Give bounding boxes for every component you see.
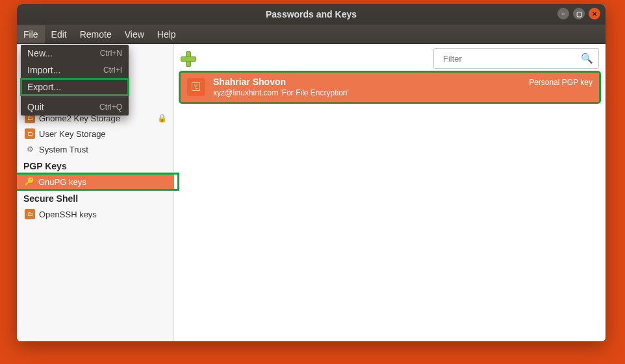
titlebar: Passwords and Keys – ▢ ✕ <box>17 4 606 25</box>
close-button[interactable]: ✕ <box>589 8 600 19</box>
file-menu-dropdown: New... Ctrl+N Import... Ctrl+I Export...… <box>21 45 129 115</box>
menu-file[interactable]: File <box>17 25 45 43</box>
menu-label: Import... <box>27 65 60 75</box>
menu-import[interactable]: Import... Ctrl+I <box>21 62 129 79</box>
sidebar-label: System Trust <box>39 145 88 154</box>
menu-label: New... <box>27 48 53 58</box>
menu-new[interactable]: New... Ctrl+N <box>21 45 129 62</box>
highlight-gnupg: 🔑 GnuPG keys <box>17 174 174 189</box>
sidebar-category-pgp: PGP Keys <box>17 157 173 174</box>
maximize-button[interactable]: ▢ <box>573 8 585 19</box>
gear-icon: ⚙ <box>25 144 35 154</box>
sidebar-label: User Key Storage <box>39 129 106 139</box>
minimize-button[interactable]: – <box>557 8 569 19</box>
menu-quit[interactable]: Quit Ctrl+Q <box>21 99 129 115</box>
menu-export[interactable]: Export... <box>21 79 129 95</box>
search-icon: 🔍 <box>581 53 593 64</box>
menu-shortcut: Ctrl+N <box>100 49 122 58</box>
menu-label: Export... <box>27 82 61 92</box>
sidebar-category-ssh: Secure Shell <box>17 189 173 206</box>
sidebar-item-systrust[interactable]: ⚙ System Trust <box>17 141 173 157</box>
sidebar-item-gnupg[interactable]: 🔑 GnuPG keys <box>17 174 174 189</box>
folder-icon: 🗀 <box>25 209 35 219</box>
key-text: Shahriar Shovon xyz@linuxhint.com 'For F… <box>213 77 349 98</box>
menu-label: Quit <box>27 102 44 112</box>
toolbar: 🔍 <box>174 44 606 73</box>
menu-shortcut: Ctrl+Q <box>99 103 122 112</box>
key-name: Shahriar Shovon <box>213 77 349 88</box>
key-tag: Personal PGP key <box>529 77 593 87</box>
sidebar-item-openssh[interactable]: 🗀 OpenSSH keys <box>17 206 173 222</box>
main-pane: 🔍 ⚿ Shahriar Shovon xyz@linuxhint.com 'F… <box>173 44 606 341</box>
menubar: File Edit Remote View Help <box>17 25 606 44</box>
pgp-key-icon: ⚿ <box>187 78 205 96</box>
sidebar-label: GnuPG keys <box>38 177 86 187</box>
key-icon: 🔑 <box>24 176 34 187</box>
menu-edit[interactable]: Edit <box>45 25 73 43</box>
add-button[interactable] <box>181 51 195 66</box>
key-subtitle: xyz@linuxhint.com 'For File Encryption' <box>213 88 349 98</box>
menu-remote[interactable]: Remote <box>73 25 118 43</box>
filter-input[interactable] <box>443 54 577 64</box>
app-window: Passwords and Keys – ▢ ✕ File Edit Remot… <box>17 4 606 341</box>
menu-help[interactable]: Help <box>151 25 183 43</box>
filter-box[interactable]: 🔍 <box>433 48 599 69</box>
menu-view[interactable]: View <box>118 25 151 43</box>
window-controls: – ▢ ✕ <box>557 8 600 19</box>
sidebar-label: OpenSSH keys <box>39 210 97 219</box>
menu-shortcut: Ctrl+I <box>103 66 122 75</box>
sidebar-item-userks[interactable]: 🗀 User Key Storage <box>17 126 173 141</box>
window-title: Passwords and Keys <box>266 9 357 19</box>
lock-icon: 🔒 <box>157 114 167 123</box>
folder-icon: 🗀 <box>25 128 35 139</box>
menu-separator <box>21 97 129 97</box>
key-row[interactable]: ⚿ Shahriar Shovon xyz@linuxhint.com 'For… <box>181 73 599 102</box>
